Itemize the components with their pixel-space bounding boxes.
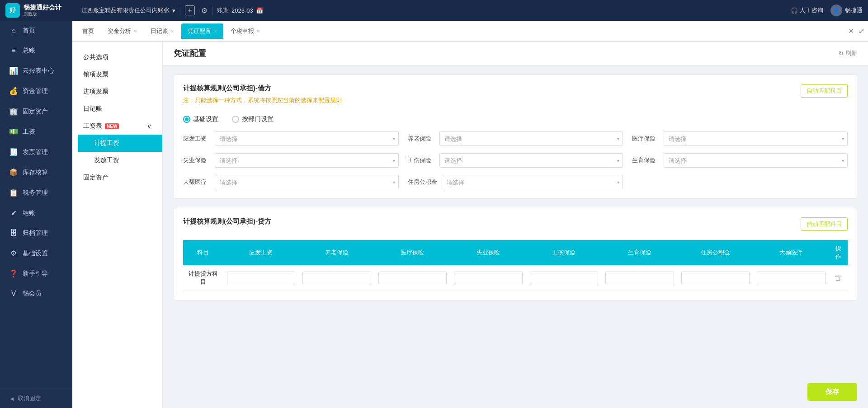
new-badge: NEW — [105, 123, 119, 129]
field-birth: 生育保险 请选择 ▾ — [632, 153, 848, 168]
label-pension: 养老保险 — [408, 135, 435, 143]
settings-icon[interactable]: ⚙ — [201, 6, 208, 15]
label-housing-fund: 住房公积金 — [408, 178, 437, 186]
company-selector[interactable]: 江西服宝精品有限责任公司内账张 ▾ — [81, 6, 175, 14]
radio-department[interactable]: 按部门设置 — [232, 115, 274, 123]
tab-voucher[interactable]: 凭证配置 × — [181, 23, 223, 39]
sub-nav-purchase[interactable]: 进项发票 — [72, 83, 162, 100]
th-subject: 科目 — [183, 240, 223, 265]
refresh-icon: ↻ — [839, 50, 844, 57]
input-injury[interactable] — [530, 272, 599, 284]
sidebar-item-settings[interactable]: ⚙ 基础设置 — [0, 243, 72, 263]
sub-nav-fixed-assets[interactable]: 固定资产 — [72, 169, 162, 186]
refresh-button[interactable]: ↻ 刷新 — [839, 49, 857, 57]
sidebar-item-ledger[interactable]: ≡ 总账 — [0, 41, 72, 61]
select-medical[interactable]: 请选择 — [664, 131, 848, 146]
cell-unemployment[interactable] — [450, 265, 526, 291]
sidebar-label-report: 云报表中心 — [23, 67, 54, 75]
radio-basic-label: 基础设置 — [193, 115, 218, 123]
top-actions: + ⚙ — [185, 5, 208, 15]
sidebar-item-capital[interactable]: 💰 资金管理 — [0, 81, 72, 101]
label-medical: 医疗保险 — [632, 135, 659, 143]
sidebar-item-closing[interactable]: ✔ 结账 — [0, 203, 72, 223]
input-birth[interactable] — [605, 272, 674, 284]
tab-voucher-label: 凭证配置 — [188, 27, 211, 35]
sidebar-item-guide[interactable]: ❓ 新手引导 — [0, 263, 72, 284]
tab-capital-close[interactable]: × — [134, 28, 137, 34]
debit-auto-match-button[interactable]: 自动匹配科目 — [801, 84, 848, 98]
period-selector[interactable]: 账期 2023-03 📅 — [217, 6, 263, 14]
sub-nav-pay-salary-label: 发放工资 — [94, 156, 119, 164]
input-large-medical[interactable] — [757, 272, 826, 284]
field-housing-fund: 住房公积金 请选择 ▾ — [408, 175, 623, 189]
salary-icon: 💵 — [9, 127, 18, 136]
refresh-label: 刷新 — [845, 49, 857, 57]
radio-basic[interactable]: 基础设置 — [183, 115, 218, 123]
credit-auto-match-button[interactable]: 自动匹配科目 — [801, 217, 848, 231]
cell-birth[interactable] — [602, 265, 678, 291]
cell-housing[interactable] — [678, 265, 754, 291]
sidebar-item-salary[interactable]: 💵 工资 — [0, 122, 72, 142]
tab-bar: 首页 资金分析 × 日记账 × 凭证配置 × 个税申报 × ✕ ⤢ — [72, 21, 868, 42]
input-pension[interactable] — [302, 272, 371, 284]
th-pension: 养老保险 — [299, 240, 375, 265]
delete-row-button[interactable]: 🗑 — [835, 274, 842, 281]
tab-journal-close[interactable]: × — [171, 28, 174, 34]
cell-should-pay[interactable] — [223, 265, 299, 291]
select-pension[interactable]: 请选择 — [439, 131, 623, 146]
close-tab-icon[interactable]: ✕ — [848, 27, 854, 35]
sidebar-label-assets: 固定资产 — [23, 108, 48, 116]
cell-medical[interactable] — [375, 265, 451, 291]
input-should-pay[interactable] — [227, 272, 296, 284]
sidebar-label-invoice: 发票管理 — [23, 148, 48, 156]
cell-pension[interactable] — [299, 265, 375, 291]
tax-icon: 📋 — [9, 188, 18, 197]
calendar-icon[interactable]: 📅 — [256, 7, 263, 14]
input-housing[interactable] — [681, 272, 750, 284]
sidebar-item-tax[interactable]: 📋 税务管理 — [0, 183, 72, 203]
sidebar-item-home[interactable]: ⌂ 首页 — [0, 21, 72, 41]
select-housing-fund[interactable]: 请选择 — [442, 175, 623, 189]
sidebar-item-report[interactable]: 📊 云报表中心 — [0, 61, 72, 81]
select-birth[interactable]: 请选择 — [664, 153, 848, 168]
sidebar-item-invoice[interactable]: 🧾 发票管理 — [0, 142, 72, 162]
input-unemployment[interactable] — [454, 272, 523, 284]
period-value: 2023-03 — [231, 7, 253, 14]
tab-home[interactable]: 首页 — [76, 23, 100, 39]
cell-injury[interactable] — [526, 265, 602, 291]
select-large-medical[interactable]: 请选择 — [215, 175, 399, 189]
sub-nav-payroll-group[interactable]: 工资表 NEW ∨ — [72, 117, 162, 135]
select-should-pay[interactable]: 请选择 — [215, 131, 399, 146]
sub-nav-pay-salary[interactable]: 发放工资 — [78, 152, 162, 169]
sub-nav-journal[interactable]: 日记账 — [72, 100, 162, 117]
tab-tax-close[interactable]: × — [257, 28, 260, 34]
sub-nav-public[interactable]: 公共选项 — [72, 49, 162, 66]
tab-tax-label: 个税申报 — [231, 27, 254, 35]
company-dropdown-icon[interactable]: ▾ — [172, 7, 175, 14]
tab-tax[interactable]: 个税申报 × — [224, 23, 266, 39]
tab-journal[interactable]: 日记账 × — [144, 23, 180, 39]
sidebar-item-assets[interactable]: 🏢 固定资产 — [0, 101, 72, 122]
save-button[interactable]: 保存 — [807, 383, 857, 401]
sidebar-item-archive[interactable]: 🗄 归档管理 — [0, 223, 72, 243]
invoice-icon: 🧾 — [9, 148, 18, 156]
tab-voucher-close[interactable]: × — [214, 28, 217, 34]
tab-capital[interactable]: 资金分析 × — [101, 23, 143, 39]
select-injury[interactable]: 请选择 — [439, 153, 623, 168]
cell-action: 🗑 — [829, 265, 848, 291]
sidebar-item-inventory[interactable]: 📦 库存核算 — [0, 162, 72, 183]
cancel-pin-button[interactable]: ◄ 取消固定 — [0, 389, 72, 408]
input-medical[interactable] — [378, 272, 447, 284]
debit-card-title: 计提核算规则(公司承担)-借方 — [183, 84, 342, 93]
service-button[interactable]: 🎧 人工咨询 — [791, 6, 823, 14]
cell-large-medical[interactable] — [753, 265, 829, 291]
add-account-button[interactable]: + — [185, 5, 195, 15]
expand-icon[interactable]: ⤢ — [859, 27, 864, 35]
inventory-icon: 📦 — [9, 168, 18, 177]
sub-nav-sales[interactable]: 销项发票 — [72, 66, 162, 83]
sub-nav-calc-salary[interactable]: 计提工资 — [78, 135, 162, 152]
sidebar-item-member[interactable]: V 畅会员 — [0, 284, 72, 304]
select-unemployment[interactable]: 请选择 — [215, 153, 399, 168]
user-menu[interactable]: 👤 畅捷通 — [830, 5, 863, 16]
sub-nav-payroll-children: 计提工资 发放工资 — [72, 135, 162, 169]
